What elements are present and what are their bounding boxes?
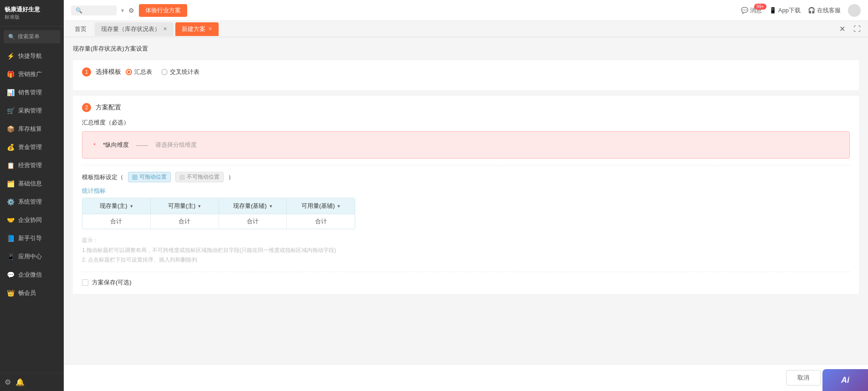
col-label-0: 现存量(主) (100, 202, 128, 210)
tips-title: 提示： (82, 236, 850, 246)
sidebar-logo: 畅康通好生意 标准版 (0, 0, 64, 26)
tips-item2: 2. 点击标题栏下拉可设置排序、插入列和删除列 (82, 255, 850, 265)
dimension-area[interactable]: * *纵向维度 —— 请选择分组维度 (82, 131, 850, 159)
tips-section: 提示： 1.拖动标题栏可以调整布局，不可跨维度或指标区域拖动栏目字段(只能在同一… (82, 236, 850, 265)
cell-0-3: 合计 (287, 214, 355, 229)
tab-close-button[interactable]: ✕ (837, 24, 848, 34)
stats-table-header: 现存量(主) ▾ 可用量(主) ▾ 现存量(基辅) ▾ 可用量(基辅) ▾ (82, 198, 355, 214)
sidebar-item-member[interactable]: 👑 畅会员 (0, 284, 64, 302)
tab-new-plan[interactable]: 新建方案 ✕ (175, 22, 219, 36)
tab-inventory-close-icon[interactable]: ✕ (163, 26, 167, 32)
settings-icon[interactable]: ⚙ (5, 378, 11, 386)
system-icon: ⚙️ (6, 198, 15, 206)
purchase-icon: 🛒 (6, 107, 15, 115)
sidebar-item-enterprise[interactable]: 🤝 企业协同 (0, 211, 64, 229)
sidebar-item-label: 新手引导 (18, 234, 42, 242)
tab-expand-button[interactable]: ⛶ (851, 24, 863, 34)
indicator-label: 模板指标设定（ 可拖动位置 不可拖动位置 ） (82, 172, 850, 182)
messages-button[interactable]: 💬 消息 99+ (741, 6, 762, 15)
draggable-badge-icon (132, 175, 138, 180)
col-chevron-0: ▾ (130, 203, 133, 209)
sidebar-item-label: 销售管理 (18, 88, 42, 97)
sidebar-item-newbie[interactable]: 📘 新手引导 (0, 229, 64, 247)
sidebar-item-operations[interactable]: 📋 经营管理 (0, 156, 64, 175)
sidebar-item-sales[interactable]: 📊 销售管理 (0, 83, 64, 102)
step1-badge: 1 (82, 67, 91, 77)
trial-button[interactable]: 体验行业方案 (139, 4, 187, 17)
non-draggable-badge-icon (179, 175, 185, 180)
stats-table: 现存量(主) ▾ 可用量(主) ▾ 现存量(基辅) ▾ 可用量(基辅) ▾ (82, 198, 355, 229)
tab-new-plan-close-icon[interactable]: ✕ (208, 26, 212, 32)
sidebar-item-label: 企业协同 (18, 216, 42, 224)
topbar-gear-icon[interactable]: ⚙ (128, 7, 134, 14)
sidebar-item-marketing[interactable]: 🎁 营销推广 (0, 65, 64, 83)
search-icon: 🔍 (8, 34, 15, 40)
col-label-1: 可用量(主) (168, 202, 196, 210)
app-edition: 标准版 (5, 14, 59, 21)
sidebar-item-purchase[interactable]: 🛒 采购管理 (0, 102, 64, 120)
shortcuts-icon: ⚡ (6, 52, 15, 60)
non-draggable-badge: 不可拖动位置 (175, 172, 224, 182)
topbar-left: 🔍 ▾ ⚙ 体验行业方案 (71, 4, 736, 17)
col-chevron-3: ▾ (337, 203, 340, 209)
tab-inventory-status[interactable]: 现存量（库存状况表） ✕ (95, 22, 174, 36)
sidebar-item-apps[interactable]: 📱 应用中心 (0, 247, 64, 266)
tab-home[interactable]: 首页 (68, 22, 93, 36)
topbar-search-box[interactable]: 🔍 (71, 5, 117, 15)
col-header-0[interactable]: 现存量(主) ▾ (82, 198, 151, 214)
topbar-chevron-icon[interactable]: ▾ (121, 7, 124, 14)
col-chevron-1: ▾ (198, 203, 201, 209)
sidebar-item-label: 库存核算 (18, 125, 42, 133)
ai-badge[interactable]: Ai (822, 369, 868, 391)
cell-0-2: 合计 (219, 214, 287, 229)
sidebar-item-wechat[interactable]: 💬 企业微信 (0, 266, 64, 284)
save-checkbox[interactable] (82, 279, 88, 286)
dim-dash: —— (136, 142, 148, 149)
stats-group-label: 统计指标 (82, 187, 850, 195)
step1-header: 1 选择模板 汇总表 交叉统计表 (82, 67, 850, 77)
topbar: 🔍 ▾ ⚙ 体验行业方案 💬 消息 99+ 📱 App下载 🎧 在线客服 (64, 0, 868, 21)
save-row: 方案保存(可选) (82, 278, 850, 287)
user-avatar[interactable] (848, 4, 861, 17)
radio-summary[interactable]: 汇总表 (126, 68, 152, 76)
enterprise-icon: 🤝 (6, 216, 15, 224)
sidebar-item-inventory[interactable]: 📦 库存核算 (0, 120, 64, 138)
sidebar-item-basic[interactable]: 🗂️ 基础信息 (0, 175, 64, 193)
online-service-button[interactable]: 🎧 在线客服 (808, 6, 841, 15)
draggable-badge-label: 可拖动位置 (139, 173, 167, 181)
sidebar-item-system[interactable]: ⚙️ 系统管理 (0, 193, 64, 211)
divider1 (82, 165, 850, 165)
cancel-button[interactable]: 取消 (786, 370, 821, 386)
finance-icon: 💰 (6, 143, 15, 151)
footer: 取消 查询 (64, 364, 868, 391)
col-label-2: 现存量(基辅) (233, 202, 267, 210)
sidebar-item-label: 营销推广 (18, 70, 42, 78)
step1-section: 1 选择模板 汇总表 交叉统计表 (73, 60, 859, 90)
wechat-icon: 💬 (6, 271, 15, 279)
col-header-1[interactable]: 可用量(主) ▾ (151, 198, 219, 214)
sidebar-item-finance[interactable]: 💰 资金管理 (0, 138, 64, 156)
summary-dim-label: 汇总维度（必选） (82, 118, 850, 127)
col-chevron-2: ▾ (270, 203, 272, 209)
save-checkbox-label: 方案保存(可选) (92, 278, 132, 287)
volume-icon[interactable]: 🔔 (15, 378, 25, 386)
sidebar-menu: ⚡ 快捷导航 🎁 营销推广 📊 销售管理 🛒 采购管理 📦 库存核算 💰 资金管… (0, 47, 64, 373)
step2-badge: 2 (82, 103, 91, 112)
online-service-label: 在线客服 (817, 6, 841, 15)
ai-label: Ai (841, 376, 849, 385)
sidebar-item-shortcuts[interactable]: ⚡ 快捷导航 (0, 47, 64, 65)
indicator-label-text: 模板指标设定（ (82, 173, 123, 181)
messages-badge: 99+ (754, 4, 766, 10)
cell-0-0: 合计 (82, 214, 151, 229)
sidebar-search[interactable]: 🔍 搜索菜单 (4, 30, 60, 43)
non-draggable-badge-label: 不可拖动位置 (187, 173, 220, 181)
dim-placeholder: 请选择分组维度 (155, 141, 197, 149)
step2-title: 方案配置 (96, 103, 121, 112)
col-header-2[interactable]: 现存量(基辅) ▾ (219, 198, 287, 214)
radio-crosstab[interactable]: 交叉统计表 (161, 68, 199, 76)
radio-crosstab-label: 交叉统计表 (170, 68, 199, 76)
dim-row: * *纵向维度 —— 请选择分组维度 (93, 141, 838, 149)
col-header-3[interactable]: 可用量(基辅) ▾ (287, 198, 355, 214)
message-icon: 💬 (741, 7, 748, 14)
app-download-button[interactable]: 📱 App下载 (769, 6, 801, 15)
